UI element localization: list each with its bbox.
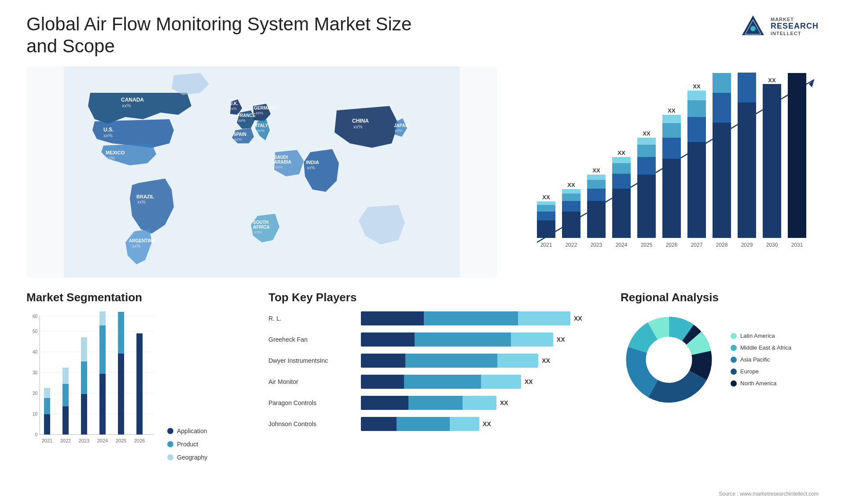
svg-text:2028: 2028 (716, 242, 728, 248)
svg-rect-81 (713, 93, 731, 123)
svg-rect-69 (662, 138, 681, 159)
svg-rect-75 (687, 117, 706, 142)
player-bar-johnson (361, 417, 479, 431)
svg-text:U.K.: U.K. (229, 101, 238, 106)
player-bar-seg2 (405, 354, 498, 368)
svg-text:2022: 2022 (566, 242, 577, 248)
svg-rect-39 (537, 212, 555, 220)
svg-text:2021: 2021 (540, 242, 552, 248)
player-name-dwyer: Dwyer InstrumentsInc (268, 357, 356, 364)
svg-text:XX: XX (718, 71, 726, 72)
player-bar-seg2 (404, 375, 481, 389)
regional-dot-mea (731, 345, 737, 351)
source-text: Source : www.marketresearchintellect.com (719, 491, 819, 497)
player-name-paragon: Paragon Controls (268, 399, 356, 406)
regional-legend-europe: Europe (731, 368, 791, 375)
svg-text:xx%: xx% (122, 103, 131, 108)
player-row-greeheck: Greeheck Fan XX (268, 332, 607, 347)
svg-text:xx%: xx% (103, 133, 113, 138)
seg-content: 0 10 20 30 40 50 60 (26, 311, 255, 461)
svg-text:XX: XX (793, 71, 801, 72)
svg-rect-116 (81, 394, 87, 435)
svg-rect-123 (118, 312, 124, 354)
regional-legend-northamerica: North America (731, 380, 791, 387)
svg-text:SOUTH: SOUTH (253, 220, 268, 225)
regional-dot-northamerica (731, 380, 737, 387)
legend-item-geography: Geography (167, 454, 207, 461)
players-title: Top Key Players (268, 291, 607, 304)
svg-marker-0 (742, 15, 764, 35)
svg-text:ARABIA: ARABIA (274, 160, 291, 164)
player-bar-seg3 (481, 375, 521, 389)
regional-legend-apac: Asia Pacific (731, 356, 791, 363)
map-section: CANADA xx% U.S. xx% MEXICO xx% BRAZIL xx… (26, 66, 497, 278)
svg-text:xx%: xx% (137, 200, 146, 205)
player-row-airmonitor: Air Monitor XX (268, 375, 607, 389)
bottom-row: Market Segmentation 0 10 20 30 40 (26, 291, 819, 475)
svg-text:2025: 2025 (641, 242, 653, 248)
svg-rect-122 (118, 354, 124, 435)
svg-rect-114 (62, 384, 69, 406)
svg-rect-80 (713, 123, 731, 238)
svg-rect-70 (662, 123, 681, 138)
svg-text:GERMANY: GERMANY (254, 106, 276, 110)
svg-rect-112 (44, 388, 50, 398)
brand-logo-icon (740, 13, 766, 40)
svg-rect-53 (587, 175, 606, 180)
legend-item-product: Product (167, 441, 207, 448)
svg-text:2030: 2030 (766, 242, 778, 248)
segmentation-title: Market Segmentation (26, 291, 255, 304)
player-bar-seg3 (511, 332, 553, 347)
player-bar-seg3 (497, 354, 538, 368)
svg-rect-77 (687, 91, 706, 100)
regional-legend-latin: Latin America (731, 332, 791, 339)
regional-dot-latin (731, 333, 737, 339)
player-name-johnson: Johnson Controls (268, 420, 356, 427)
svg-text:xx%: xx% (132, 244, 140, 248)
svg-text:XX: XX (768, 77, 776, 84)
svg-rect-120 (99, 325, 106, 374)
player-value-airmonitor: XX (525, 375, 533, 389)
player-name-greeheck: Greeheck Fan (268, 336, 356, 343)
player-value-paragon: XX (500, 396, 508, 410)
svg-text:xx%: xx% (238, 118, 246, 123)
page-container: Global Air Flow Monitoring System Market… (0, 0, 845, 504)
svg-text:CHINA: CHINA (352, 118, 369, 124)
logo-line3: INTELLECT (771, 31, 819, 36)
player-bar-seg2 (397, 417, 450, 431)
svg-text:xx%: xx% (353, 124, 363, 129)
svg-text:SPAIN: SPAIN (233, 132, 246, 137)
svg-rect-86 (738, 73, 756, 102)
regional-label-latin: Latin America (740, 332, 775, 339)
svg-point-2 (750, 26, 756, 31)
regional-legend-mea: Middle East & Africa (731, 344, 791, 351)
svg-text:2026: 2026 (666, 242, 678, 248)
player-value-johnson: XX (483, 417, 491, 431)
svg-rect-115 (62, 368, 69, 384)
svg-text:2029: 2029 (741, 242, 753, 248)
svg-text:XX: XX (743, 71, 751, 72)
player-bar-seg3 (518, 311, 570, 325)
svg-text:SAUDI: SAUDI (274, 155, 288, 160)
svg-rect-76 (687, 100, 706, 117)
svg-rect-85 (738, 102, 756, 238)
segmentation-chart-svg: 0 10 20 30 40 50 60 (26, 311, 158, 461)
svg-rect-57 (612, 174, 631, 189)
svg-rect-74 (687, 142, 706, 238)
page-title: Global Air Flow Monitoring System Market… (26, 13, 422, 58)
svg-rect-124 (136, 333, 143, 435)
player-bar-seg2 (408, 396, 463, 410)
svg-text:2021: 2021 (42, 438, 52, 443)
svg-rect-59 (612, 157, 631, 163)
svg-text:40: 40 (33, 350, 38, 354)
player-bar-seg1 (361, 396, 408, 410)
svg-rect-71 (662, 115, 681, 123)
player-bar-dwyer (361, 354, 538, 368)
regional-title: Regional Analysis (621, 291, 819, 304)
players-list: R. L. XX Greeheck Fan (268, 311, 607, 431)
logo-text: MARKET RESEARCH INTELLECT (771, 17, 819, 36)
logo-area: MARKET RESEARCH INTELLECT (740, 13, 819, 40)
player-row-johnson: Johnson Controls XX (268, 417, 607, 431)
svg-text:0: 0 (35, 432, 37, 437)
svg-rect-65 (637, 138, 656, 145)
